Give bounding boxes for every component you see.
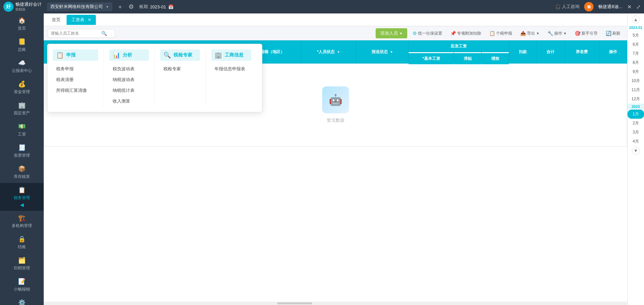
sidebar-item-basic[interactable]: ⚙️ 基础设置 — [0, 296, 44, 305]
dropdown-columns: 📋 申报 税务申报 税表清册 所得税汇算清缴 📊 分析 税负波动表 纳税波动表 … — [53, 49, 257, 107]
sidebar-label-archive: 归档管理 — [14, 265, 30, 271]
th-pension: 养老费 — [564, 41, 599, 64]
analysis-header-icon: 📊 — [113, 51, 120, 59]
date-month-2022-10[interactable]: 10月 — [628, 76, 644, 85]
customer-service[interactable]: 🎧 人工咨询 — [555, 4, 579, 10]
business-info-header-label: 工商信息 — [225, 52, 243, 58]
scroll-thumb[interactable] — [277, 302, 312, 304]
export-label: 导出 — [527, 31, 535, 36]
date-month-2022-5[interactable]: 5月 — [628, 31, 644, 40]
archive-icon: 🗂️ — [18, 257, 26, 264]
user-name[interactable]: 畅捷通B迪... — [598, 4, 622, 10]
export-arrow-icon: ▼ — [536, 32, 539, 35]
tab-home-label: 首页 — [52, 17, 61, 22]
date-panel-down-button[interactable]: ▼ — [632, 147, 640, 155]
dropdown-col-business-info: 🏢 工商信息 年报信息申报表 — [206, 49, 257, 107]
window-maximize-button[interactable]: ⤢ — [636, 4, 641, 10]
refresh-action[interactable]: 🔄 刷新 — [603, 29, 623, 38]
tab-salary[interactable]: 工资表 ✕ — [67, 15, 96, 25]
company-selector[interactable]: 西安虾米网络科技有限公司 ▼ — [47, 2, 112, 11]
dropdown-item-tax-burden[interactable]: 税负波动表 — [109, 64, 149, 74]
sidebar-item-salary[interactable]: 💵 工资 — [0, 119, 44, 141]
add-person-button[interactable]: 添加人员 ▼ — [376, 28, 407, 38]
th-allowance: 津贴 — [454, 53, 481, 64]
sidebar-item-close-period[interactable]: 🔒 结账 — [0, 232, 44, 253]
empty-message: 暂无数据 — [327, 117, 344, 123]
sidebar-label-ledger: 总账 — [18, 47, 26, 52]
home-icon: 🏠 — [18, 17, 26, 24]
special-deduction-action[interactable]: 📌 专项附加扣除 — [448, 29, 484, 38]
date-month-2022-6[interactable]: 6月 — [628, 40, 644, 49]
sidebar-item-invoice[interactable]: 🧾 发票管理 — [0, 141, 44, 162]
search-icon: 🔍 — [101, 31, 107, 36]
sidebar-item-cloud[interactable]: ☁️ 云报表中心 — [0, 56, 44, 77]
sidebar-label-home: 首页 — [18, 26, 26, 31]
date-month-2023-2[interactable]: 2月 — [628, 119, 644, 128]
sidebar-item-home[interactable]: 🏠 首页 — [0, 13, 44, 35]
sidebar-item-inventory[interactable]: 📦 库存核算 — [0, 162, 44, 183]
dropdown-menu: 📋 申报 税务申报 税表清册 所得税汇算清缴 📊 分析 税负波动表 纳税波动表 … — [47, 44, 262, 112]
horizontal-scrollbar[interactable] — [44, 302, 627, 305]
operation-arrow-icon: ▼ — [563, 32, 567, 35]
sidebar-item-tax[interactable]: 📋 税务管理 ◀ — [0, 183, 44, 211]
date-month-2022-9[interactable]: 9月 — [628, 67, 644, 76]
add-person-label: 添加人员 — [380, 30, 398, 36]
sidebar-label-inventory: 库存核算 — [14, 174, 30, 180]
account-period: 账期 2023-01 📅 — [139, 4, 174, 10]
tab-bar: 首页 工资表 ✕ — [44, 13, 627, 26]
tab-salary-close[interactable]: ✕ — [88, 17, 91, 22]
individual-tax-action[interactable]: 📋 个税申报 — [487, 29, 515, 38]
date-month-2022-12[interactable]: 12月 — [628, 94, 644, 104]
dropdown-header-business-info: 🏢 工商信息 — [211, 49, 252, 61]
sidebar-item-archive[interactable]: 🗂️ 归档管理 — [0, 253, 44, 274]
refresh-label: 刷新 — [612, 31, 620, 36]
dropdown-item-annual-report[interactable]: 年报信息申报表 — [211, 64, 252, 74]
search-input[interactable] — [51, 31, 101, 36]
tax-icon: 📋 — [18, 186, 26, 194]
dropdown-item-income-estimate[interactable]: 收入测算 — [109, 96, 149, 107]
sidebar-item-multi-org[interactable]: 🏗️ 多机构管理 — [0, 211, 44, 232]
headset-icon: 🎧 — [555, 4, 561, 9]
sidebar-item-ledger[interactable]: 📒 总账 — [0, 35, 44, 56]
invoice-icon: 🧾 — [18, 144, 26, 151]
tax-expert-header-icon: 🔍 — [163, 51, 171, 59]
account-period-label: 账期 — [139, 4, 148, 10]
dropdown-item-tax-declaration[interactable]: 税务申报 — [53, 64, 98, 74]
sidebar-label-cloud: 云报表中心 — [12, 68, 32, 74]
export-action[interactable]: 📤 导出 ▼ — [518, 29, 542, 38]
dropdown-item-tax-fluctuation[interactable]: 纳税波动表 — [109, 74, 149, 85]
add-company-button[interactable]: ＋ — [116, 1, 124, 12]
date-month-2022-11[interactable]: 11月 — [628, 85, 644, 94]
date-month-2023-3[interactable]: 3月 — [628, 128, 644, 137]
export-icon: 📤 — [520, 31, 526, 36]
th-person-status: *人员状态 ▼ — [301, 41, 356, 64]
assets-icon: 🏢 — [18, 102, 26, 109]
dropdown-item-tax-statistics[interactable]: 纳税统计表 — [109, 85, 149, 96]
multi-org-icon: 🏗️ — [18, 214, 26, 222]
newbie-guide-action[interactable]: 🎯 新手引导 — [572, 29, 600, 38]
dropdown-item-income-tax-settlement[interactable]: 所得税汇算清缴 — [53, 85, 98, 96]
date-month-2023-1[interactable]: 1月 — [628, 110, 644, 119]
sidebar-item-assets[interactable]: 🏢 固定资产 — [0, 98, 44, 119]
social-security-action[interactable]: ⚙ 统一社保设置 — [410, 29, 445, 38]
operation-action[interactable]: 🔧 操作 ▼ — [545, 29, 569, 38]
window-close-button[interactable]: ✕ — [627, 4, 632, 10]
th-base-salary: *基本工资 — [409, 53, 454, 64]
date-month-2022-8[interactable]: 8月 — [628, 58, 644, 67]
dropdown-item-tax-table-clearance[interactable]: 税表清册 — [53, 74, 98, 85]
add-person-arrow-icon: ▼ — [399, 32, 403, 35]
dropdown-item-tax-check-expert[interactable]: 税检专家 — [160, 64, 200, 74]
special-deduction-label: 专项附加扣除 — [457, 31, 481, 36]
account-period-value: 2023-01 — [150, 4, 166, 9]
date-month-2023-4[interactable]: 4月 — [628, 137, 644, 146]
calendar-icon[interactable]: 📅 — [168, 4, 174, 9]
sidebar-item-xiaochang[interactable]: 📝 小畅报销 — [0, 274, 44, 296]
dropdown-header-tax-expert: 🔍 税检专家 — [160, 49, 200, 61]
date-month-2022-7[interactable]: 7月 — [628, 49, 644, 58]
tab-home[interactable]: 首页 — [47, 15, 65, 25]
sidebar-item-fund[interactable]: 💰 资金管理 — [0, 77, 44, 98]
app-name: 畅捷通好会计 — [15, 2, 42, 7]
settings-button[interactable]: ⚙ — [127, 2, 135, 12]
date-panel-up-button[interactable]: ▲ — [632, 15, 640, 24]
tax-expert-header-label: 税检专家 — [174, 52, 192, 58]
